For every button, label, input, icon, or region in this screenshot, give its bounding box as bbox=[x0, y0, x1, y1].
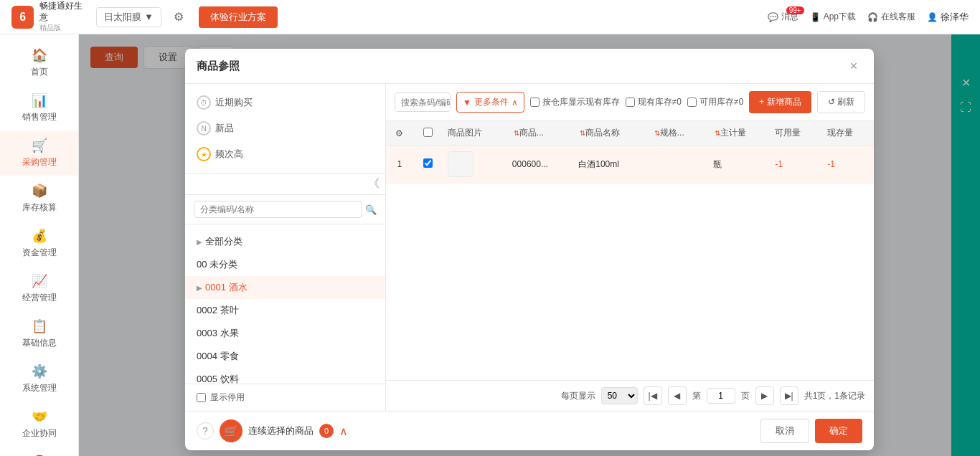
sidebar-item-purchase[interactable]: 🛒 采购管理 bbox=[0, 130, 78, 176]
sidebar-item-label: 企业协同 bbox=[22, 427, 57, 440]
col-unit[interactable]: ⇅主计量 bbox=[707, 121, 770, 146]
toolbar-right: + 新增商品 ↺ 刷新 bbox=[749, 91, 865, 113]
product-search-input[interactable] bbox=[395, 94, 451, 111]
sidebar-item-sales[interactable]: 📊 销售管理 bbox=[0, 85, 78, 130]
mobile-icon: 📱 bbox=[810, 12, 821, 22]
cat-0004[interactable]: 0004 零食 bbox=[185, 345, 385, 368]
modal-header: 商品参照 × bbox=[185, 49, 874, 84]
cat-00[interactable]: 00 未分类 bbox=[185, 253, 385, 276]
sidebar-item-operations[interactable]: 📈 经营管理 bbox=[0, 266, 78, 311]
stock-nonzero-checkbox[interactable] bbox=[626, 98, 635, 107]
show-disabled-checkbox[interactable] bbox=[197, 393, 206, 402]
sidebar-item-finance[interactable]: 💰 资金管理 bbox=[0, 221, 78, 266]
last-page-button[interactable]: ▶| bbox=[780, 386, 798, 405]
user-nav-item[interactable]: 👤 徐泽华 bbox=[927, 11, 969, 24]
product-search-bar: 🔍 bbox=[395, 92, 451, 112]
new-product-label: 新品 bbox=[215, 122, 234, 135]
sidebar-item-label: 经营管理 bbox=[22, 292, 57, 304]
col-stock: 现存量 bbox=[821, 121, 874, 146]
logo-text: 畅捷通好生意 bbox=[39, 1, 90, 23]
system-icon: ⚙️ bbox=[32, 364, 47, 379]
checkbox-stock-nonzero[interactable]: 现有库存≠0 bbox=[626, 96, 682, 108]
first-page-button[interactable]: |◀ bbox=[644, 386, 662, 405]
category-search-icon[interactable]: 🔍 bbox=[365, 204, 377, 215]
modal-body: ⏱ 近期购买 N 新品 ★ 频次高 《 bbox=[185, 84, 874, 411]
sidebar-item-inventory[interactable]: 📦 库存核算 bbox=[0, 176, 78, 221]
page-size-select[interactable]: 50 100 200 bbox=[601, 387, 638, 404]
page-number-input[interactable] bbox=[707, 388, 735, 404]
confirm-button[interactable]: 确定 bbox=[815, 419, 862, 443]
recent-purchase-item[interactable]: ⏱ 近期购买 bbox=[185, 90, 385, 115]
available-nonzero-label: 可用库存≠0 bbox=[699, 96, 743, 108]
sidebar-item-collab[interactable]: 🤝 企业协同 bbox=[0, 402, 78, 447]
sidebar-item-label: 资金管理 bbox=[22, 247, 57, 259]
col-image: 商品图片 bbox=[442, 121, 507, 146]
row-stock: -1 bbox=[821, 146, 874, 184]
modal-toolbar: 🔍 ▼ 更多条件 ∧ 按仓库显示现有库存 bbox=[386, 84, 874, 121]
col-spec[interactable]: ⇅规格... bbox=[647, 121, 707, 146]
sidebar-item-home[interactable]: 🏠 首页 bbox=[0, 40, 78, 85]
cat-0003[interactable]: 0003 水果 bbox=[185, 322, 385, 345]
new-product-item[interactable]: N 新品 bbox=[185, 115, 385, 141]
checkbox-available-nonzero[interactable]: 可用库存≠0 bbox=[687, 96, 743, 108]
next-page-button[interactable]: ▶ bbox=[755, 386, 774, 405]
filter-button[interactable]: ▼ 更多条件 ∧ bbox=[456, 92, 524, 113]
cart-icon[interactable]: 🛒 bbox=[220, 419, 242, 442]
modal-overlay: 商品参照 × ⏱ 近期购买 N 新品 bbox=[79, 34, 980, 456]
collapse-button[interactable]: 《 bbox=[185, 174, 385, 195]
row-image bbox=[442, 146, 507, 184]
category-search-input[interactable] bbox=[194, 201, 362, 218]
row-checkbox[interactable] bbox=[413, 146, 443, 184]
online-service-nav-item[interactable]: 🎧 在线客服 bbox=[867, 11, 915, 23]
cat-0002[interactable]: 0002 茶叶 bbox=[185, 299, 385, 322]
col-unit-sort-icon: ⇅ bbox=[715, 129, 720, 137]
cat-arrow-icon: ▶ bbox=[197, 284, 202, 292]
checkbox-by-warehouse[interactable]: 按仓库显示现有库存 bbox=[530, 96, 620, 108]
cancel-button[interactable]: 取消 bbox=[760, 419, 809, 443]
sidebar-item-label: 销售管理 bbox=[22, 111, 57, 123]
sidebar: 🏠 首页 📊 销售管理 🛒 采购管理 📦 库存核算 💰 资金管理 📈 经营管理 … bbox=[0, 34, 79, 456]
col-name[interactable]: ⇅商品名称 bbox=[573, 121, 647, 146]
sidebar-item-label: 库存核算 bbox=[22, 201, 57, 214]
product-thumbnail bbox=[448, 151, 473, 177]
table-row[interactable]: 1 000600... 白酒100ml 瓶 bbox=[386, 146, 874, 184]
nav-selector[interactable]: 日太阳膜 ▼ bbox=[96, 7, 161, 27]
collab-icon: 🤝 bbox=[32, 409, 47, 424]
refresh-table-button[interactable]: ↺ 刷新 bbox=[817, 91, 865, 113]
app-download-nav-item[interactable]: 📱 App下载 bbox=[810, 11, 856, 23]
frequent-item[interactable]: ★ 频次高 bbox=[185, 141, 385, 167]
top-nav: 6 畅捷通好生意 精品版 日太阳膜 ▼ ⚙ 体验行业方案 💬 消息 99+ 📱 … bbox=[0, 0, 980, 34]
basic-info-icon: 📋 bbox=[32, 318, 47, 334]
modal-close-button[interactable]: × bbox=[845, 57, 862, 75]
trial-button[interactable]: 体验行业方案 bbox=[199, 6, 278, 28]
stock-nonzero-label: 现有库存≠0 bbox=[638, 96, 682, 108]
gear-icon[interactable]: ⚙ bbox=[167, 6, 190, 29]
cat-0005[interactable]: 0005 饮料 bbox=[185, 368, 385, 384]
sidebar-item-guide[interactable]: 🎯 新手引导 bbox=[0, 447, 78, 456]
col-available: 可用量 bbox=[769, 121, 821, 146]
col-checkbox-all[interactable] bbox=[413, 121, 443, 146]
cat-all[interactable]: ▶ 全部分类 bbox=[185, 230, 385, 253]
footer-collapse-icon[interactable]: ∧ bbox=[339, 424, 348, 438]
cat-label: 0005 饮料 bbox=[197, 373, 239, 384]
home-icon: 🏠 bbox=[32, 47, 47, 63]
prev-page-button[interactable]: ◀ bbox=[668, 386, 687, 405]
cat-arrow-icon: ▶ bbox=[197, 238, 202, 246]
sidebar-item-system[interactable]: ⚙️ 系统管理 bbox=[0, 356, 78, 402]
cat-0001[interactable]: ▶ 0001 酒水 bbox=[185, 276, 385, 299]
nav-right: 💬 消息 99+ 📱 App下载 🎧 在线客服 👤 徐泽华 bbox=[768, 11, 969, 24]
messages-nav-item[interactable]: 💬 消息 99+ bbox=[768, 11, 798, 23]
col-code[interactable]: ⇅商品... bbox=[507, 121, 573, 146]
col-settings[interactable]: ⚙ bbox=[386, 121, 413, 146]
product-reference-modal: 商品参照 × ⏱ 近期购买 N 新品 bbox=[185, 49, 874, 450]
add-product-button[interactable]: + 新增商品 bbox=[749, 91, 811, 113]
help-icon[interactable]: ? bbox=[197, 422, 214, 440]
product-table: ⚙ 商品图片 ⇅商品... ⇅商品名称 bbox=[386, 121, 874, 380]
cat-label: 0003 水果 bbox=[197, 327, 239, 340]
page-size-label: 每页显示 bbox=[561, 390, 595, 402]
sidebar-item-basic-info[interactable]: 📋 基础信息 bbox=[0, 311, 78, 356]
by-warehouse-checkbox[interactable] bbox=[530, 98, 540, 107]
available-nonzero-checkbox[interactable] bbox=[687, 98, 697, 107]
by-warehouse-label: 按仓库显示现有库存 bbox=[542, 96, 620, 108]
modal-right-panel: 🔍 ▼ 更多条件 ∧ 按仓库显示现有库存 bbox=[386, 84, 874, 411]
